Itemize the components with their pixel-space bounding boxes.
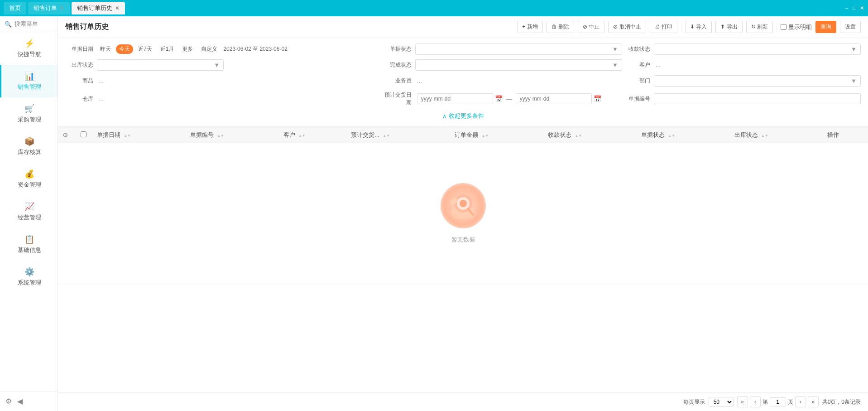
sidebar-label-finance: 资金管理 <box>18 181 41 189</box>
search-icon: 🔍 <box>5 21 12 28</box>
th-out-status[interactable]: 出库状态 ▲▼ <box>730 127 823 143</box>
expected-date-from-input[interactable] <box>417 93 493 104</box>
sidebar-item-operation[interactable]: 📈 经营管理 <box>0 195 58 228</box>
th-bill-date[interactable]: 单据日期 ▲▼ <box>92 127 186 143</box>
out-status-select[interactable]: ▼ <box>97 59 224 71</box>
date-filter-value: 昨天 今天 近7天 近1月 更多 自定义 2023-06-02 至 2023-0… <box>97 44 384 54</box>
tab-sales-order-history[interactable]: 销售订单历史 ✕ <box>72 2 125 15</box>
collapse-filter-button[interactable]: ∧ 收起更多条件 <box>65 111 861 121</box>
import-button[interactable]: ⬇ 导入 <box>685 21 712 33</box>
date-btn-today[interactable]: 今天 <box>116 44 133 54</box>
query-button[interactable]: 查询 <box>815 21 836 33</box>
show-detail-label: 显示明细 <box>788 23 812 31</box>
tab-sales-order[interactable]: 销售订单 ✕ <box>28 2 70 15</box>
filter-customer-col: 客户 ... <box>622 61 861 69</box>
sort-icon-expected-delivery: ▲▼ <box>383 134 390 138</box>
warehouse-picker[interactable]: ... <box>97 96 106 102</box>
maximize-icon[interactable]: □ <box>853 5 856 11</box>
customer-picker[interactable]: ... <box>654 62 662 68</box>
collapse-sidebar-icon[interactable]: ◀ <box>17 397 23 406</box>
date-btn-7days[interactable]: 近7天 <box>135 44 155 54</box>
th-order-amount[interactable]: 订单金额 ▲▼ <box>450 127 543 143</box>
print-button[interactable]: 🖨 打印 <box>650 21 677 33</box>
expected-date-label: 预计交货日期 <box>384 91 415 106</box>
date-to-calendar-icon[interactable]: 📅 <box>594 95 601 102</box>
page-number-input[interactable] <box>770 397 786 406</box>
date-btn-custom[interactable]: 自定义 <box>198 44 221 54</box>
bill-no-input[interactable] <box>654 93 861 104</box>
minimize-icon[interactable]: － <box>844 5 849 12</box>
table-footer: 每页显示 50 10 20 100 « ‹ 第 页 › » 共0页，0条记录 <box>58 392 868 411</box>
date-from-calendar-icon[interactable]: 📅 <box>495 95 503 102</box>
empty-svg <box>445 188 481 224</box>
table-settings-icon[interactable]: ⚙ <box>62 131 68 139</box>
show-detail-check-input[interactable] <box>781 24 786 30</box>
content-area: 销售订单历史 + 新增 🗑 删除 ⊘ 中止 ⊘ 取消中止 🖨 打印 ⬇ 导入 ⬆… <box>58 16 868 411</box>
receipt-status-select[interactable]: ▼ <box>654 44 861 55</box>
product-picker[interactable]: ... <box>97 77 106 84</box>
th-bill-date-label: 单据日期 <box>97 131 120 138</box>
sidebar-item-sys-mgmt[interactable]: ⚙️ 系统管理 <box>0 261 58 293</box>
salesperson-picker[interactable]: ... <box>415 77 424 84</box>
prev-page-button[interactable]: ‹ <box>750 396 761 407</box>
tab-home[interactable]: 首页 <box>4 2 26 15</box>
per-page-select[interactable]: 50 10 20 100 <box>709 397 734 407</box>
date-range-display: 2023-06-02 至 2023-06-02 <box>223 45 287 53</box>
sidebar: 🔍 搜索菜单 ⚡ 快捷导航 📊 销售管理 🛒 采购管理 📦 库存核算 💰 资金管… <box>0 16 58 411</box>
th-settings: ⚙ <box>58 127 76 143</box>
sidebar-item-search-menu[interactable]: 🔍 搜索菜单 <box>0 16 58 32</box>
date-btn-1month[interactable]: 近1月 <box>157 44 177 54</box>
toolbar-separator-1 <box>681 23 681 32</box>
tab-sales-order-close[interactable]: ✕ <box>60 5 64 11</box>
bill-status-select[interactable]: ▼ <box>415 44 622 55</box>
tab-sales-order-history-close[interactable]: ✕ <box>115 5 120 11</box>
refresh-button[interactable]: ↻ 刷新 <box>746 21 773 33</box>
sidebar-item-quick-nav[interactable]: ⚡ 快捷导航 <box>0 32 58 65</box>
department-select[interactable]: ▼ <box>654 75 861 87</box>
th-bill-status[interactable]: 单据状态 ▲▼ <box>637 127 730 143</box>
th-customer[interactable]: 客户 ▲▼ <box>279 127 347 143</box>
last-page-button[interactable]: » <box>808 396 819 407</box>
department-arrow-icon: ▼ <box>851 77 857 84</box>
page-label: 第 <box>762 398 768 406</box>
sidebar-item-inventory[interactable]: 📦 库存核算 <box>0 130 58 163</box>
settings-button[interactable]: 设置 <box>840 21 861 33</box>
complete-status-select[interactable]: ▼ <box>415 59 622 71</box>
cancel-stop-button[interactable]: ⊘ 取消中止 <box>608 21 646 33</box>
th-customer-label: 客户 <box>283 131 295 138</box>
select-all-checkbox[interactable] <box>81 131 86 137</box>
stop-button[interactable]: ⊘ 中止 <box>578 21 604 33</box>
settings-bottom-icon[interactable]: ⚙ <box>5 397 12 406</box>
th-receipt-status[interactable]: 收款状态 ▲▼ <box>543 127 637 143</box>
window-close-icon[interactable]: ✕ <box>860 5 864 11</box>
filter-warehouse-col: 仓库 ... <box>65 95 384 103</box>
date-btn-more[interactable]: 更多 <box>179 44 196 54</box>
new-button[interactable]: + 新增 <box>517 21 542 33</box>
window-controls: － □ ✕ <box>844 5 864 12</box>
sort-icon-bill-date: ▲▼ <box>124 134 131 138</box>
lightning-icon: ⚡ <box>24 39 34 48</box>
first-page-button[interactable]: « <box>737 396 748 407</box>
page-header: 销售订单历史 + 新增 🗑 删除 ⊘ 中止 ⊘ 取消中止 🖨 打印 ⬇ 导入 ⬆… <box>58 16 868 38</box>
expected-date-to-input[interactable] <box>516 93 592 104</box>
tab-sales-order-history-label: 销售订单历史 <box>77 4 112 12</box>
bill-status-arrow-icon: ▼ <box>612 46 618 53</box>
export-button[interactable]: ⬆ 导出 <box>715 21 742 33</box>
sidebar-item-sales-mgmt[interactable]: 📊 销售管理 <box>0 65 58 97</box>
sidebar-item-purchase-mgmt[interactable]: 🛒 采购管理 <box>0 97 58 130</box>
customer-label: 客户 <box>622 61 654 69</box>
tab-sales-order-label: 销售订单 <box>34 4 57 12</box>
date-btn-yesterday[interactable]: 昨天 <box>97 44 114 54</box>
date-filter-label: 单据日期 <box>65 45 97 53</box>
gear-icon: ⚙️ <box>24 267 34 277</box>
show-detail-checkbox[interactable]: 显示明细 <box>781 23 812 31</box>
delete-button[interactable]: 🗑 删除 <box>547 21 574 33</box>
next-page-button[interactable]: › <box>795 396 806 407</box>
search-menu-label: 搜索菜单 <box>14 20 38 28</box>
sidebar-item-finance[interactable]: 💰 资金管理 <box>0 163 58 195</box>
th-expected-delivery[interactable]: 预计交货... ▲▼ <box>346 127 450 143</box>
box-icon: 📦 <box>24 136 34 146</box>
filter-expected-date-col: 预计交货日期 📅 — 📅 <box>384 91 622 106</box>
sidebar-item-base-info[interactable]: 📋 基础信息 <box>0 228 58 261</box>
th-bill-no[interactable]: 单据编号 ▲▼ <box>186 127 279 143</box>
